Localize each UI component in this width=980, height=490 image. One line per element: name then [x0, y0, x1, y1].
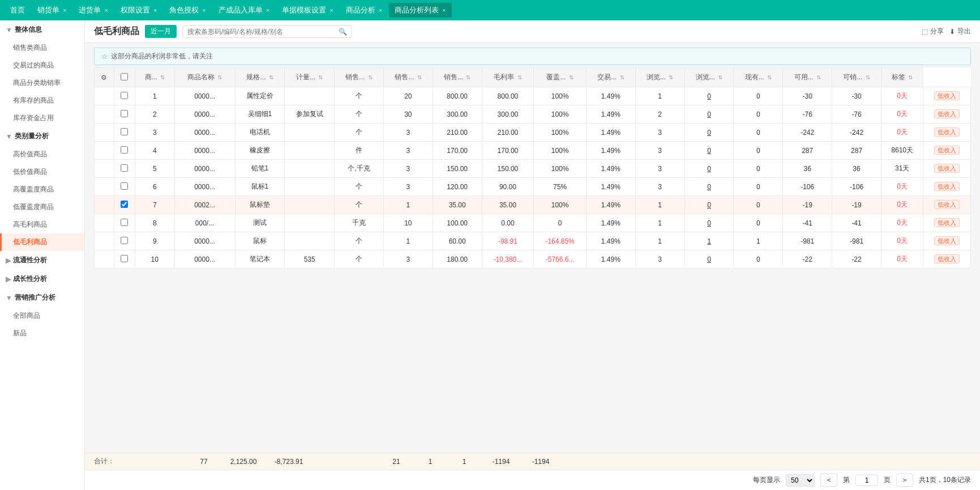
col-view2[interactable]: 浏览... ⇅ [684, 68, 734, 87]
row-view1[interactable]: 0 [684, 123, 734, 142]
row-checkbox[interactable] [114, 214, 135, 232]
col-saleable[interactable]: 可销... ⇅ [832, 68, 881, 87]
row-checkbox[interactable] [114, 178, 135, 196]
col-tag[interactable]: 标签 ⇅ [881, 68, 923, 87]
row-checkbox[interactable] [114, 105, 135, 123]
row-current: -41 [783, 214, 832, 232]
row-view1[interactable]: 0 [684, 87, 734, 105]
nav-sales-order[interactable]: 销货单 × [32, 3, 72, 18]
col-unit[interactable]: 计量... ⇅ [285, 68, 335, 87]
row-coverage: 1.49% [586, 232, 635, 250]
export-btn[interactable]: ⬇ 导出 [949, 27, 971, 36]
nav-close-analysis[interactable]: × [379, 7, 382, 14]
sidebar-item-sales-goods[interactable]: 销售类商品 [0, 39, 84, 57]
select-all-checkbox[interactable] [121, 73, 128, 80]
row-view1[interactable]: 0 [684, 142, 734, 160]
col-name[interactable]: 商品名称 ⇅ [174, 68, 235, 87]
row-checkbox[interactable] [114, 142, 135, 160]
row-view1[interactable]: 0 [684, 178, 734, 196]
row-view1[interactable]: 0 [684, 214, 734, 232]
row-checkbox[interactable] [114, 123, 135, 142]
nav-goods-analysis-list[interactable]: 商品分析列表 × [389, 3, 451, 18]
sidebar-item-high-value[interactable]: 高价值商品 [0, 146, 84, 163]
search-input[interactable] [187, 28, 339, 36]
col-settings[interactable]: ⚙ [95, 68, 114, 87]
share-btn[interactable]: ⬚ 分享 [922, 27, 944, 36]
row-saleable: 0天 [881, 87, 923, 105]
row-checkbox[interactable] [114, 160, 135, 178]
sidebar-group-growth[interactable]: ▶ 成长性分析 [0, 270, 84, 288]
nav-permission[interactable]: 权限设置 × [115, 3, 162, 18]
col-checkbox[interactable] [114, 68, 135, 87]
nav-close-permission[interactable]: × [153, 7, 157, 14]
nav-close-sales[interactable]: × [63, 7, 66, 14]
row-sales-qty: 3 [383, 142, 433, 160]
next-page-btn[interactable]: ＞ [896, 474, 913, 487]
summary-available: -1194 [521, 458, 560, 466]
sidebar-item-high-margin[interactable]: 高毛利商品 [0, 216, 84, 233]
nav-purchase-order[interactable]: 进货单 × [73, 3, 113, 18]
col-available[interactable]: 可用... ⇅ [783, 68, 832, 87]
sidebar-item-category-rate[interactable]: 商品分类助销率 [0, 74, 84, 92]
nav-role-auth[interactable]: 角色授权 × [164, 3, 211, 18]
nav-goods-analysis[interactable]: 商品分析 × [340, 3, 388, 18]
col-trade[interactable]: 交易... ⇅ [586, 68, 635, 87]
sidebar-item-low-margin[interactable]: 低毛利商品 [0, 233, 84, 251]
row-settings [95, 123, 114, 142]
row-tag: 低收入 [923, 232, 971, 250]
row-view1[interactable]: 1 [684, 232, 734, 250]
sidebar-item-high-coverage[interactable]: 高覆盖度商品 [0, 181, 84, 198]
row-sales-profit: 35.00 [482, 196, 534, 214]
row-checkbox[interactable] [114, 196, 135, 214]
sidebar-group-marketing[interactable]: ▼ 营销推广分析 [0, 288, 84, 307]
nav-product-stock[interactable]: 产成品入库单 × [213, 3, 275, 18]
sidebar-item-stock-capital[interactable]: 库存资金占用 [0, 109, 84, 127]
sidebar-group-overall[interactable]: ▼ 整体信息 [0, 20, 84, 39]
page-input[interactable] [855, 475, 878, 486]
row-name: 笔记本 [235, 250, 285, 269]
row-margin: 100% [534, 160, 587, 178]
row-checkbox[interactable] [114, 87, 135, 105]
sidebar-group-circulation[interactable]: ▶ 流通性分析 [0, 251, 84, 270]
sidebar-item-traded-goods[interactable]: 交易过的商品 [0, 57, 84, 74]
nav-close-product[interactable]: × [266, 7, 269, 14]
col-sales-qty[interactable]: 销售... ⇅ [335, 68, 384, 87]
sidebar-item-low-value[interactable]: 低价值商品 [0, 163, 84, 181]
sidebar-item-low-coverage[interactable]: 低覆盖度商品 [0, 198, 84, 216]
row-view1[interactable]: 0 [684, 160, 734, 178]
nav-close-purchase[interactable]: × [104, 7, 108, 14]
search-icon[interactable]: 🔍 [339, 28, 347, 36]
row-checkbox[interactable] [114, 250, 135, 269]
col-margin[interactable]: 毛利率 ⇅ [482, 68, 534, 87]
row-name: 橡皮擦 [235, 142, 285, 160]
sidebar-item-new-goods[interactable]: 新品 [0, 325, 84, 342]
col-sales-price[interactable]: 销售... ⇅ [383, 68, 433, 87]
col-view1[interactable]: 浏览... ⇅ [635, 68, 684, 87]
row-sku-code: 000/... [174, 214, 235, 232]
sidebar-item-all-goods[interactable]: 全部商品 [0, 307, 84, 325]
nav-home[interactable]: 首页 [5, 3, 31, 18]
col-sales-profit[interactable]: 销售... ⇅ [433, 68, 482, 87]
prev-page-btn[interactable]: ＜ [820, 474, 837, 487]
row-trade: 3 [635, 142, 684, 160]
col-spec[interactable]: 规格... ⇅ [235, 68, 285, 87]
sidebar-group-category[interactable]: ▼ 类别量分析 [0, 127, 84, 146]
nav-close-template[interactable]: × [329, 7, 333, 14]
row-view1[interactable]: 0 [684, 250, 734, 269]
row-view1[interactable]: 0 [684, 196, 734, 214]
nav-template[interactable]: 单据模板设置 × [276, 3, 339, 18]
sidebar-item-stock-goods[interactable]: 有库存的商品 [0, 92, 84, 109]
row-unit: 千克 [335, 214, 384, 232]
date-filter-btn[interactable]: 近一月 [145, 25, 177, 38]
row-sku-code: 0000... [174, 142, 235, 160]
page-size-select[interactable]: 50 10 20 100 [786, 474, 815, 487]
col-current[interactable]: 现有... ⇅ [734, 68, 783, 87]
col-code[interactable]: 商... ⇅ [135, 68, 174, 87]
nav-close-analysis-list[interactable]: × [442, 7, 446, 14]
nav-close-role[interactable]: × [202, 7, 206, 14]
row-coverage: 1.49% [586, 196, 635, 214]
row-view1[interactable]: 0 [684, 105, 734, 123]
col-coverage[interactable]: 覆盖... ⇅ [534, 68, 587, 87]
row-checkbox[interactable] [114, 232, 135, 250]
summary-view1: 1 [413, 458, 447, 466]
